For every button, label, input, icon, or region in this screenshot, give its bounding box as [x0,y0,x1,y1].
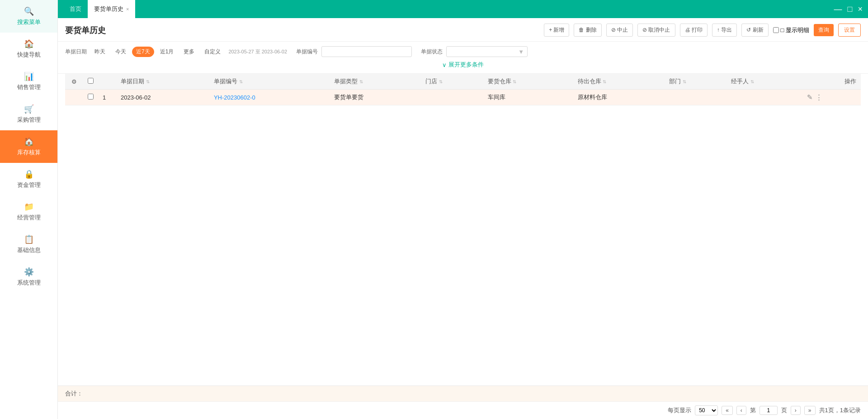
docno-input[interactable] [321,46,412,57]
refresh-button[interactable]: ↺ 刷新 [741,24,768,37]
th-date-label: 单据日期 [121,78,144,85]
month-btn[interactable]: 近1月 [156,47,178,57]
th-req-warehouse-label: 要货仓库 [488,78,511,85]
total-label: 共1页，1条记录 [819,406,861,414]
delete-button[interactable]: 🗑 删除 [574,24,601,37]
sidebar-label-search-menu: 搜索菜单 [17,18,41,26]
th-pending-warehouse-label: 待出仓库 [578,78,601,85]
cell-doctype-0: 要货单要货 [330,90,421,105]
th-date: 单据日期 ⇅ [116,74,209,90]
sidebar-label-system: 系统管理 [17,279,41,287]
print-button[interactable]: 🖨 打印 [680,24,708,37]
sidebar-label-quick-nav: 快捷导航 [17,51,41,59]
filter-row-1: 单据日期 昨天 今天 近7天 近1月 更多 自定义 2023-05-27 至 2… [65,46,861,57]
prev-page-btn[interactable]: ‹ [736,406,746,415]
close-icon[interactable]: × [858,5,863,14]
sidebar-label-operations: 经营管理 [17,214,41,222]
cell-checkbox-0 [83,90,98,105]
sidebar-icon-search-menu: 🔍 [24,6,34,16]
th-date-sort[interactable]: ⇅ [146,79,150,84]
row-checkbox-0[interactable] [88,94,94,100]
show-detail-label: □ 显示明细 [781,26,809,34]
th-settings[interactable]: ⚙ [65,74,83,90]
first-page-btn[interactable]: « [722,406,733,415]
th-dept-sort[interactable]: ⇅ [683,79,686,84]
tab-home[interactable]: 首页 [63,0,88,18]
maximize-icon[interactable]: □ [848,5,853,14]
filter-status-group: 单据状态 ▼ [421,46,528,57]
date-quick-btns: 昨天 今天 近7天 近1月 更多 自定义 [90,47,225,57]
show-detail-checkbox[interactable]: □ 显示明细 [773,26,809,34]
yesterday-btn[interactable]: 昨天 [90,47,109,57]
cancel-stop-button[interactable]: ⊘ 取消中止 [637,24,675,37]
sidebar-item-finance[interactable]: 🔒资金管理 [0,163,57,195]
page-title: 要货单历史 [65,25,106,36]
add-button[interactable]: + 新增 [544,24,569,37]
table-body: 1 2023-06-02 YH-20230602-0 要货单要货 车间库 原材料… [65,90,861,105]
stop-button[interactable]: ⊘ 中止 [606,24,633,37]
th-store-sort[interactable]: ⇅ [439,79,443,84]
filter-date-group: 单据日期 昨天 今天 近7天 近1月 更多 自定义 2023-05-27 至 2… [65,47,287,57]
cell-docno-0[interactable]: YH-20230602-0 [209,90,330,105]
status-label: 单据状态 [421,48,443,56]
more-btn[interactable]: 更多 [179,47,198,57]
cell-store-0 [421,90,483,105]
table-row: 1 2023-06-02 YH-20230602-0 要货单要货 车间库 原材料… [65,90,861,105]
th-dept-label: 部门 [669,78,681,85]
summary-label: 合计： [65,390,83,398]
th-req-warehouse: 要货仓库 ⇅ [483,74,573,90]
sidebar-label-sales: 销售管理 [17,83,41,91]
filter-docno-group: 单据编号 [296,46,412,57]
main-content: 首页 要货单历史 × — □ × 要货单历史 + 新增 🗑 删除 ⊘ 中止 ⊘ … [58,0,868,419]
export-button[interactable]: ↑ 导出 [712,24,737,37]
sidebar-icon-sales: 📊 [24,71,34,81]
th-doctype-label: 单据类型 [334,78,358,85]
custom-btn[interactable]: 自定义 [200,47,225,57]
sidebar-item-purchase[interactable]: 🛒采购管理 [0,98,57,130]
cell-operation-0: ✎ ⋮ [802,90,861,105]
today-btn[interactable]: 今天 [111,47,130,57]
page-input[interactable] [760,406,778,415]
show-detail-input[interactable] [773,27,779,33]
sidebar-item-basic-info[interactable]: 📋基础信息 [0,228,57,261]
cell-req-warehouse-0: 车间库 [483,90,573,105]
sidebar-icon-basic-info: 📋 [24,234,34,244]
sidebar-item-operations[interactable]: 📁经营管理 [0,195,57,228]
th-handler-sort[interactable]: ⇅ [750,79,754,84]
settings-button[interactable]: 设置 [838,24,861,37]
sidebar-item-search-menu[interactable]: 🔍搜索菜单 [0,0,57,33]
sidebar-icon-operations: 📁 [24,202,34,212]
per-page-label: 每页显示 [668,406,691,414]
docno-link-0[interactable]: YH-20230602-0 [214,94,255,101]
cell-handler-0 [726,90,802,105]
th-checkbox [83,74,98,90]
sidebar-item-inventory[interactable]: 🏠库存核算 [0,130,57,163]
per-page-select[interactable]: 50 100 200 [695,405,718,415]
query-button[interactable]: 查询 [814,24,834,36]
select-all-checkbox[interactable] [88,78,94,84]
more-btn-0[interactable]: ⋮ [816,93,822,101]
cell-settings-0 [65,90,83,105]
sidebar-icon-purchase: 🛒 [24,104,34,114]
th-handler-label: 经手人 [731,78,749,85]
minimize-icon[interactable]: — [834,5,842,14]
status-input[interactable] [446,46,528,57]
tab-close-icon[interactable]: × [126,6,129,12]
tab-current[interactable]: 要货单历史 × [88,0,135,18]
th-doctype: 单据类型 ⇅ [330,74,421,90]
page-label: 第 [750,406,756,414]
sidebar-item-system[interactable]: ⚙️系统管理 [0,261,57,293]
th-pending-warehouse-sort[interactable]: ⇅ [603,79,606,84]
th-doctype-sort[interactable]: ⇅ [359,79,363,84]
expand-more-btn[interactable]: ∨ 展开更多条件 [65,61,861,69]
sidebar-item-sales[interactable]: 📊销售管理 [0,65,57,98]
th-req-warehouse-sort[interactable]: ⇅ [513,79,516,84]
th-docno-sort[interactable]: ⇅ [239,79,243,84]
expand-more-icon: ∨ [442,62,447,68]
last-page-btn[interactable]: » [804,406,816,415]
sidebar-item-quick-nav[interactable]: 🏠快捷导航 [0,33,57,65]
main-table: ⚙ 单据日期 ⇅ 单据编号 ⇅ [65,74,861,105]
week-btn[interactable]: 近7天 [132,47,154,57]
edit-btn-0[interactable]: ✎ [807,93,813,101]
next-page-btn[interactable]: › [791,406,801,415]
